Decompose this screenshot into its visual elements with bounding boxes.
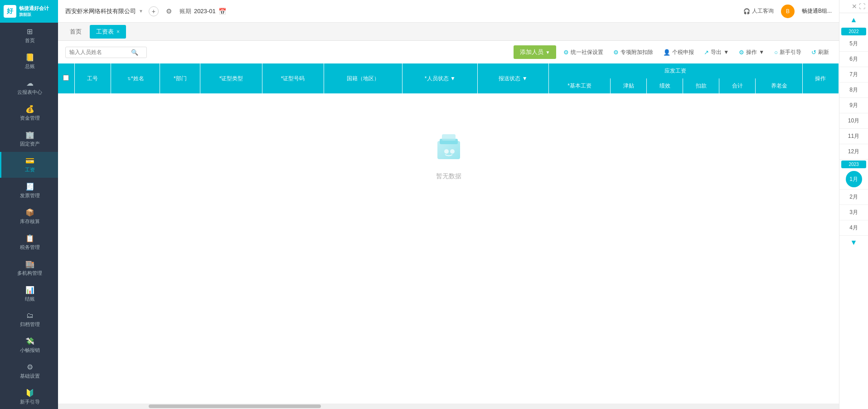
refresh-action[interactable]: ↺ 刷新 — [809, 47, 832, 58]
th-basic-salary: *基本工资 — [548, 78, 610, 93]
operations-action[interactable]: ⚙ 操作 ▼ — [736, 47, 767, 58]
sidebar-item-salary[interactable]: 💳 工资 — [0, 152, 58, 178]
month-10[interactable]: 10月 — [839, 113, 868, 129]
sidebar-item-guide[interactable]: 🔰 新手引导 — [0, 384, 58, 409]
sidebar-item-settings[interactable]: ⚙ 基础设置 — [0, 358, 58, 384]
sidebar-item-home[interactable]: ⊞ 首页 — [0, 23, 58, 49]
panel-expand-button[interactable]: ⛶ — [859, 3, 865, 10]
social-insurance-action[interactable]: ⚙ 统一社保设置 — [561, 47, 606, 58]
sidebar-item-invoice[interactable]: 🧾 发票管理 — [0, 178, 58, 204]
personal-tax-action[interactable]: 👤 个税申报 — [660, 47, 697, 58]
month-12[interactable]: 12月 — [839, 144, 868, 160]
th-department: *部门 — [160, 63, 200, 93]
settings-label: 基础设置 — [20, 373, 40, 380]
table-header-row1: 工号 ⇅*姓名 *部门 *证型类型 *证型号码 国籍（地区） *人员状态 ▼ 报… — [58, 63, 839, 78]
multi-org-label: 多机构管理 — [17, 270, 42, 277]
settings-icon[interactable]: ⚙ — [164, 6, 174, 16]
fund-icon: 💰 — [25, 105, 34, 113]
export-icon: ↗ — [704, 49, 709, 56]
month-5[interactable]: 5月 — [839, 36, 868, 52]
th-deduction: 扣款 — [683, 78, 719, 93]
period-label: 账期 — [179, 7, 191, 15]
inventory-icon: 📦 — [25, 208, 34, 217]
tab-home[interactable]: 首页 — [63, 25, 88, 39]
search-input[interactable] — [69, 49, 128, 55]
tax-label: 税务管理 — [20, 244, 40, 251]
th-name: ⇅*姓名 — [111, 63, 160, 93]
th-report-status: 报送状态 ▼ — [478, 63, 549, 93]
tab-label-home: 首页 — [70, 28, 82, 36]
svg-rect-2 — [442, 134, 456, 141]
panel-close-button[interactable]: ✕ — [852, 3, 857, 10]
tabbar: 首页工资表× — [58, 23, 839, 41]
guide-label: 新手引导 — [20, 399, 40, 405]
date-nav-up[interactable]: ▲ — [839, 13, 868, 27]
sidebar-item-inventory[interactable]: 📦 库存核算 — [0, 204, 58, 229]
period-value: 2023-01 — [194, 8, 216, 15]
add-company-button[interactable]: + — [149, 6, 159, 16]
date-nav-down[interactable]: ▼ — [839, 236, 868, 249]
th-id-type: *证型类型 — [200, 63, 262, 93]
sidebar-item-fund[interactable]: 💰 资金管理 — [0, 100, 58, 126]
archive-icon: 🗂 — [26, 312, 34, 320]
sidebar-item-archive[interactable]: 🗂 归档管理 — [0, 307, 58, 332]
month-11[interactable]: 11月 — [839, 129, 868, 144]
month-2023-1[interactable]: 1月 — [839, 169, 868, 190]
settings-icon: ⚙ — [27, 363, 33, 371]
month-7[interactable]: 7月 — [839, 67, 868, 83]
th-total: 合计 — [719, 78, 756, 93]
sidebar-item-tax[interactable]: 📋 税务管理 — [0, 229, 58, 255]
select-all-checkbox[interactable] — [63, 75, 69, 81]
sidebar-item-ledger[interactable]: 📒 总账 — [0, 49, 58, 74]
month-2023-3[interactable]: 3月 — [839, 205, 868, 220]
sidebar-item-expense[interactable]: 💸 小畅报销 — [0, 332, 58, 358]
avatar[interactable]: B — [781, 5, 795, 18]
company-selector[interactable]: 西安虾米网络科技有限公司 ▼ — [65, 7, 143, 15]
date-list: ▲ 2022 5月 6月 7月 8月 9月 10月 11月 12月 2023 1… — [839, 13, 868, 409]
th-employee-id: 工号 — [74, 63, 111, 93]
tab-salary-table[interactable]: 工资表× — [90, 25, 126, 39]
expense-icon: 💸 — [25, 337, 34, 346]
calendar-icon[interactable]: 📅 — [218, 8, 226, 15]
chevron-down-icon: ▼ — [139, 9, 143, 14]
sidebar-item-close[interactable]: 📊 结账 — [0, 281, 58, 307]
month-8[interactable]: 8月 — [839, 83, 868, 98]
scrollbar-thumb[interactable] — [149, 404, 321, 408]
year-2022-label: 2022 — [841, 28, 866, 35]
close-icon: 📊 — [25, 286, 34, 294]
guide-icon: 🔰 — [25, 389, 34, 397]
dropdown-arrow-icon: ▼ — [545, 50, 550, 55]
report-filter-icon[interactable]: ▼ — [522, 75, 528, 82]
th-status: *人员状态 ▼ — [402, 63, 478, 93]
month-6[interactable]: 6月 — [839, 52, 868, 67]
th-checkbox[interactable] — [58, 63, 74, 93]
scrollbar[interactable] — [58, 404, 839, 409]
salary-table: 工号 ⇅*姓名 *部门 *证型类型 *证型号码 国籍（地区） *人员状态 ▼ 报… — [58, 63, 839, 93]
sidebar-item-cloud-report[interactable]: ☁ 云报表中心 — [0, 74, 58, 100]
month-9[interactable]: 9月 — [839, 98, 868, 113]
export-action[interactable]: ↗ 导出 ▼ — [701, 47, 732, 58]
empty-state: 暂无数据 — [58, 93, 839, 217]
sidebar-item-fixed-assets[interactable]: 🏢 固定资产 — [0, 126, 58, 152]
service-button[interactable]: 🎧 人工客询 — [743, 7, 774, 15]
invoice-icon: 🧾 — [25, 182, 34, 191]
guide-action[interactable]: ○ 新手引导 — [771, 47, 804, 58]
sidebar-item-multi-org[interactable]: 🏬 多机构管理 — [0, 255, 58, 281]
sidebar-logo: 好 畅捷通好会计 旗舰版 — [0, 0, 58, 23]
search-icon[interactable]: 🔍 — [131, 49, 138, 56]
tab-close-salary-table[interactable]: × — [116, 29, 120, 34]
inventory-label: 库存核算 — [20, 218, 40, 225]
special-deduction-action[interactable]: ⚙ 专项附加扣除 — [611, 47, 656, 58]
fixed-assets-label: 固定资产 — [20, 141, 40, 147]
filter-icon[interactable]: ▼ — [450, 75, 456, 82]
month-2023-2[interactable]: 2月 — [839, 190, 868, 205]
company-name: 西安虾米网络科技有限公司 — [65, 7, 136, 15]
th-region: 国籍（地区） — [324, 63, 402, 93]
empty-icon — [431, 130, 467, 166]
invoice-label: 发票管理 — [20, 192, 40, 199]
add-person-button[interactable]: 添加人员 ▼ — [514, 45, 556, 59]
month-2023-4[interactable]: 4月 — [839, 220, 868, 236]
search-wrap[interactable]: 🔍 — [65, 47, 147, 58]
logo-icon: 好 — [4, 5, 16, 18]
tax-icon: 📋 — [25, 234, 34, 243]
